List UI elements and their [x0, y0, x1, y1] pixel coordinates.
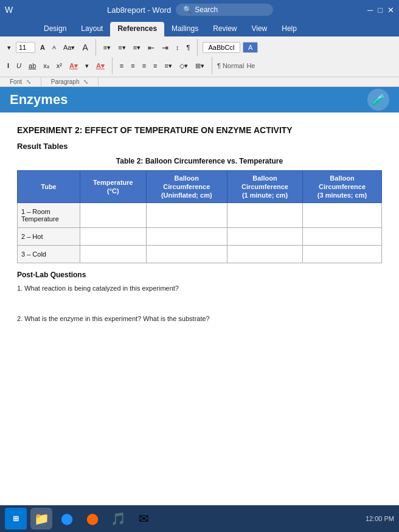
search-box[interactable]: 🔍 Search: [176, 4, 273, 16]
style-a-box[interactable]: A: [243, 42, 258, 53]
row1-temp[interactable]: [80, 203, 147, 228]
ribbon-toolbar: ▾ A A Aa▾ A ≡▾ ≡▾ ≡▾ ⇤ ⇥ ↕ ¶ AaBbCcI A I…: [0, 36, 399, 77]
browser-icon: ⬤: [61, 512, 73, 525]
font-shrink-btn[interactable]: A: [50, 43, 58, 52]
align-right-btn[interactable]: ≡: [140, 61, 148, 71]
row3-uninflated[interactable]: [146, 246, 227, 263]
title-bar: W Lab8report - Word 🔍 Search ─ □ ✕: [0, 0, 399, 19]
row3-three-min[interactable]: [303, 246, 382, 263]
indent-increase-btn[interactable]: ⇥: [159, 42, 171, 54]
result-tables-heading: Result Tables: [17, 142, 382, 151]
search-icon: 🔍: [183, 5, 192, 14]
row2-uninflated[interactable]: [146, 228, 227, 246]
question-2: 2. What is the enzyme in this experiment…: [17, 314, 382, 323]
style-normal-box[interactable]: AaBbCcI: [203, 42, 240, 53]
ribbon-group-labels: Font ⤡ Paragraph ⤡: [0, 77, 399, 87]
superscript-btn[interactable]: x²: [54, 61, 64, 71]
multilevel-btn[interactable]: ≡▾: [131, 43, 143, 53]
question-1: 1. What reaction is being catalyzed in t…: [17, 284, 382, 293]
font-group-label: Font ⤡: [0, 77, 41, 86]
strikethrough-btn[interactable]: x₂: [41, 61, 52, 71]
row2-one-min[interactable]: [227, 228, 302, 246]
style-he-label: He: [246, 62, 255, 69]
tab-design[interactable]: Design: [36, 22, 74, 36]
font-color-btn[interactable]: A▾: [67, 61, 80, 71]
row1-uninflated[interactable]: [146, 203, 227, 228]
row1-three-min[interactable]: [303, 203, 382, 228]
align-center-btn[interactable]: ≡: [128, 61, 137, 71]
title-bar-left: W: [5, 5, 13, 15]
col-one-min: BalloonCircumference(1 minute; cm): [227, 170, 302, 203]
mail-btn[interactable]: ✉: [133, 508, 154, 530]
clock-time: 12:00 PM: [366, 515, 394, 522]
font-size-input[interactable]: [16, 42, 35, 53]
tab-layout[interactable]: Layout: [74, 22, 110, 36]
file-explorer-icon: 📁: [34, 511, 49, 526]
minimize-btn[interactable]: ─: [367, 5, 373, 15]
row2-three-min[interactable]: [303, 228, 382, 246]
paragraph-group-expand[interactable]: ⤡: [83, 78, 88, 85]
music-icon: 🎵: [111, 511, 126, 526]
row3-one-min[interactable]: [227, 246, 302, 263]
document-header-bar: Enzymes 🧪: [0, 87, 399, 112]
line-spacing-btn[interactable]: ≡▾: [162, 61, 175, 71]
window-controls: ─ □ ✕: [367, 5, 394, 15]
show-para-btn[interactable]: ¶: [184, 43, 193, 52]
table-row: 1 – RoomTemperature: [18, 203, 382, 228]
close-btn[interactable]: ✕: [387, 5, 394, 15]
tab-view[interactable]: View: [244, 22, 274, 36]
table-row: 2 – Hot: [18, 228, 382, 246]
tab-references[interactable]: References: [110, 22, 164, 36]
app1-icon: ⬤: [86, 512, 99, 525]
font-group-expand[interactable]: ⤡: [26, 78, 31, 85]
highlight-btn[interactable]: ▾: [83, 61, 91, 71]
row2-tube: 2 – Hot: [18, 228, 80, 246]
justify-btn[interactable]: ≡: [151, 61, 159, 71]
table-row: 3 – Cold: [18, 246, 382, 263]
file-explorer-btn[interactable]: 📁: [30, 508, 52, 530]
music-btn[interactable]: 🎵: [107, 508, 129, 530]
balloon-table: Tube Temperature(°C) BalloonCircumferenc…: [17, 170, 382, 264]
ribbon-tabs: Design Layout References Mailings Review…: [0, 19, 399, 36]
col-temperature: Temperature(°C): [80, 170, 147, 203]
paragraph-group-label: Paragraph ⤡: [41, 77, 99, 86]
italic-btn[interactable]: U: [14, 61, 24, 71]
sort-btn[interactable]: ↕: [173, 43, 182, 52]
align-left-btn[interactable]: ≡: [117, 61, 126, 71]
font-color2-btn[interactable]: A▾: [94, 61, 107, 71]
sep-3: [112, 57, 113, 74]
tab-review[interactable]: Review: [206, 22, 244, 36]
font-grow-btn[interactable]: A: [38, 43, 47, 52]
font-dropdown-arrow[interactable]: ▾: [5, 43, 13, 53]
start-icon: ⊞: [13, 514, 19, 523]
border-btn[interactable]: ⊞▾: [193, 61, 207, 71]
col-uninflated: BalloonCircumference(Uninflated; cm): [146, 170, 227, 203]
taskbar-app1[interactable]: ⬤: [82, 508, 103, 530]
row1-one-min[interactable]: [227, 203, 302, 228]
row2-temp[interactable]: [80, 228, 147, 246]
aa-btn[interactable]: Aa▾: [61, 43, 77, 53]
list-num-btn[interactable]: ≡▾: [116, 43, 128, 53]
document-area: EXPERIMENT 2: EFFECT OF TEMPERATURE ON E…: [0, 112, 399, 505]
app-title: Lab8report - Word: [107, 5, 171, 15]
taskbar: ⊞ 📁 ⬤ ⬤ 🎵 ✉ 12:00 PM: [0, 505, 399, 532]
row3-tube: 3 – Cold: [18, 246, 80, 263]
bold-btn[interactable]: I: [5, 61, 12, 71]
row3-temp[interactable]: [80, 246, 147, 263]
indent-decrease-btn[interactable]: ⇤: [145, 42, 157, 54]
paint-btn[interactable]: A: [80, 41, 90, 54]
list-bullet-btn[interactable]: ≡▾: [101, 43, 113, 53]
maximize-btn[interactable]: □: [378, 5, 383, 15]
table-caption: Table 2: Balloon Circumference vs. Tempe…: [17, 157, 382, 165]
row1-tube: 1 – RoomTemperature: [18, 203, 80, 228]
underline-btn[interactable]: ab: [26, 61, 38, 71]
start-button[interactable]: ⊞: [5, 508, 27, 530]
tab-help[interactable]: Help: [274, 22, 304, 36]
browser-btn[interactable]: ⬤: [56, 508, 78, 530]
doc-header-title: Enzymes: [10, 92, 68, 108]
post-lab-title: Post-Lab Questions: [17, 271, 382, 279]
shading-btn[interactable]: ◇▾: [177, 61, 190, 71]
table-header-row: Tube Temperature(°C) BalloonCircumferenc…: [18, 170, 382, 203]
tab-mailings[interactable]: Mailings: [164, 22, 206, 36]
sep-1: [95, 39, 96, 56]
